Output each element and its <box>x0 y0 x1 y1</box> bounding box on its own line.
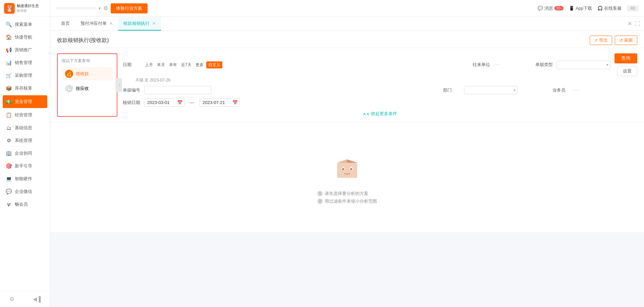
finance-icon: 💵 <box>5 99 12 105</box>
topbar-dropdown-arrow[interactable]: ▾ <box>99 6 101 11</box>
refresh-button[interactable]: ↺ 刷新 <box>615 36 637 45</box>
marketing-icon: 📢 <box>5 47 12 53</box>
verify-date-start-icon: 📅 <box>177 100 182 105</box>
sidebar-item-member[interactable]: V 畅会员 <box>0 198 50 211</box>
message-icon: 💬 <box>538 6 543 11</box>
sidebar-item-label: 营销推广 <box>15 47 32 53</box>
query-option-by-receivable[interactable]: 🕐 按应收 <box>62 82 113 95</box>
sidebar-item-basic-info[interactable]: 🗂 基础信息 <box>0 121 50 134</box>
sidebar-item-operations[interactable]: 📋 经营管理 <box>0 109 50 121</box>
date-label: 日期 <box>123 62 140 68</box>
tip-row-2: 2 用过滤条件来缩小分析范围 <box>317 197 377 205</box>
message-item[interactable]: 💬 消息 99+ <box>538 5 564 11</box>
tab-receivable-close[interactable]: ✕ <box>152 21 156 26</box>
filter-area: 按以下方案查询 💰 按收款 🕐 按应收 《 日期 上月 <box>50 48 644 122</box>
last-month-btn[interactable]: 上月 <box>144 61 154 68</box>
refresh-icon: ↺ <box>619 38 623 43</box>
settings-footer-btn[interactable]: ⚙ <box>7 294 16 304</box>
custom-date-btn[interactable]: 自定义 <box>206 61 222 68</box>
collapse-sidebar-btn[interactable]: ◀▐ <box>31 294 43 304</box>
tab-close-all-icon[interactable]: ✕ <box>628 20 632 27</box>
topbar-left: ▾ ⚙ 体验行业方案 <box>56 3 148 13</box>
doc-no-input[interactable] <box>144 86 211 94</box>
dept-select[interactable] <box>464 86 518 94</box>
doc-type-label: 单据类型 <box>535 62 553 68</box>
dept-arrow-icon: ▾ <box>514 88 516 93</box>
page-actions: ↗ 导出 ↺ 刷新 <box>590 36 637 45</box>
sidebar-item-inventory[interactable]: 📦 库存核算 <box>0 82 50 95</box>
export-icon: ↗ <box>594 38 598 43</box>
system-icon: ⚙ <box>5 138 12 144</box>
sidebar-item-label: 企业微信 <box>15 189 32 195</box>
svg-marker-2 <box>347 159 357 163</box>
wechat-icon: 💬 <box>5 189 12 195</box>
receipt-icon: 💰 <box>65 70 73 78</box>
collapse-more-label: 收起更多条件 <box>371 111 397 117</box>
sidebar-item-sales[interactable]: 📊 销售管理 <box>0 56 50 69</box>
sidebar-item-finance[interactable]: 💵 资金管理 <box>3 95 47 108</box>
user-avatar[interactable]: Rit <box>627 5 639 11</box>
member-icon: V <box>5 202 12 207</box>
settings-sm-button[interactable]: 设置 <box>617 66 637 76</box>
more-date-btn[interactable]: 更多 <box>194 61 205 68</box>
query-option-receipt-label: 按收款 <box>76 71 89 77</box>
sidebar-item-marketing[interactable]: 📢 营销推广 <box>0 44 50 56</box>
logo-name: 畅捷通好生意 <box>17 3 39 8</box>
sidebar-item-label: 经营管理 <box>15 112 32 118</box>
tip-text-1: 请先选择要分析的方案 <box>325 190 368 197</box>
sidebar-item-label: 库存核算 <box>15 85 32 91</box>
tab-receivable[interactable]: 收款核销执行 ✕ <box>118 17 161 31</box>
purchase-icon: 🛒 <box>5 72 12 79</box>
sidebar-item-quicknav[interactable]: 🏠 快捷导航 <box>0 31 50 44</box>
this-month-btn[interactable]: 本月 <box>156 61 166 68</box>
tabbar: 首页 预付冲应付单 ✕ 收款核销执行 ✕ ✕ ⛶ <box>50 17 644 31</box>
message-badge: 99+ <box>554 6 564 10</box>
query-panel-title: 按以下方案查询 <box>62 58 113 64</box>
export-button[interactable]: ↗ 导出 <box>590 36 612 45</box>
sidebar-item-label: 搜索菜单 <box>15 21 32 28</box>
topbar-settings-icon[interactable]: ⚙ <box>103 5 108 11</box>
this-year-btn[interactable]: 本年 <box>168 61 178 68</box>
sidebar-item-hardware[interactable]: 💻 智能硬件 <box>0 172 50 185</box>
sales-dots[interactable]: ··· <box>573 87 580 93</box>
online-service-item[interactable]: 🎧 在线客服 <box>597 5 622 11</box>
query-option-by-receipt[interactable]: 💰 按收款 <box>62 67 113 81</box>
home-icon: 🏠 <box>5 34 12 40</box>
sidebar-item-wechat[interactable]: 💬 企业微信 <box>0 185 50 198</box>
filter-row-1: 日期 上月 本月 本年 近7天 更多 自定义 往来单位 ··· 单据类型 <box>123 53 637 76</box>
doc-type-select[interactable] <box>557 61 610 69</box>
last-7-days-btn[interactable]: 近7天 <box>180 61 193 68</box>
sidebar-item-purchase[interactable]: 🛒 采购管理 <box>0 69 50 82</box>
sidebar-item-enterprise[interactable]: 🏢 企业协同 <box>0 147 50 160</box>
app-download-item[interactable]: 📱 App下载 <box>569 5 592 11</box>
topbar-brand <box>56 7 96 10</box>
online-service-label: 在线客服 <box>604 5 622 11</box>
tab-prepay-close[interactable]: ✕ <box>109 21 113 26</box>
tip-num-2: 2 <box>317 199 323 204</box>
page-title: 收款核销执行(按收款) <box>57 37 109 44</box>
tab-expand-icon[interactable]: ⛶ <box>635 21 640 27</box>
sidebar-item-label: 系统管理 <box>15 138 32 144</box>
sidebar-item-guide[interactable]: 🎯 新手引导 <box>0 160 50 172</box>
tab-prepay-label: 预付冲应付单 <box>80 20 107 27</box>
filter-actions: 查询 设置 <box>614 53 637 76</box>
tab-prepay[interactable]: 预付冲应付单 ✕ <box>75 17 118 31</box>
sidebar-item-search[interactable]: 🔍 搜索菜单 <box>0 18 50 31</box>
industry-solution-button[interactable]: 体验行业方案 <box>111 3 148 13</box>
sidebar-nav: 🔍 搜索菜单 🏠 快捷导航 📢 营销推广 📊 销售管理 🛒 采购管理 📦 库存核… <box>0 17 50 291</box>
search-icon: 🔍 <box>5 21 12 28</box>
date-separator: — <box>189 100 196 105</box>
filter-row-3: 核销日期 📅 — 📅 <box>123 98 637 107</box>
headset-icon: 🎧 <box>597 6 603 11</box>
counterpart-dots[interactable]: ··· <box>494 62 500 68</box>
collapse-more-btn[interactable]: ∧∧ 收起更多条件 <box>123 111 637 117</box>
collapse-query-panel-btn[interactable]: 《 <box>115 78 122 92</box>
query-button[interactable]: 查询 <box>614 53 637 63</box>
sidebar-item-label: 畅会员 <box>15 201 28 207</box>
sales-icon: 📊 <box>5 60 12 66</box>
sidebar-item-label: 智能硬件 <box>15 176 32 182</box>
svg-marker-1 <box>337 159 347 163</box>
tab-home[interactable]: 首页 <box>56 17 75 31</box>
verify-date-end-icon: 📅 <box>232 100 238 105</box>
sidebar-item-system[interactable]: ⚙ 系统管理 <box>0 134 50 147</box>
